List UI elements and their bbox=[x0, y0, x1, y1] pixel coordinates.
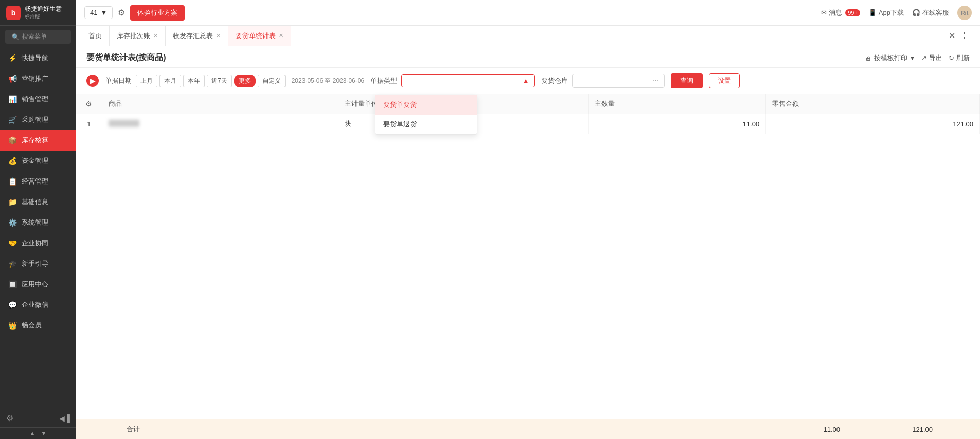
date-filter-label: 单据日期 bbox=[105, 76, 132, 85]
sidebar-item-nav14[interactable]: 👑 畅会员 bbox=[0, 315, 76, 336]
online-service-item[interactable]: 🎧 在线客服 bbox=[912, 8, 949, 17]
row-product bbox=[102, 114, 338, 134]
filter-bar: ▶ 单据日期 上月 本月 本年 近7天 更多 自定义 2023-05-06 至 … bbox=[76, 68, 980, 94]
export-btn[interactable]: ↗ 导出 bbox=[921, 53, 942, 63]
sidebar-collapse-btn[interactable]: ◀▐ bbox=[59, 414, 70, 423]
table-col-quantity: 主数量 bbox=[588, 94, 766, 114]
tab-order-stats[interactable]: 要货单统计表 ✕ bbox=[228, 26, 291, 46]
sidebar-bottom: ⚙ ◀▐ bbox=[0, 409, 76, 427]
tab-close-receive-send[interactable]: ✕ bbox=[216, 32, 221, 39]
query-button[interactable]: 查询 bbox=[671, 73, 703, 88]
footer-amount: 121.00 bbox=[881, 426, 974, 433]
sidebar-item-nav10[interactable]: 🤝 企业协同 bbox=[0, 233, 76, 253]
sidebar-item-nav12[interactable]: 🔲 应用中心 bbox=[0, 274, 76, 295]
setting-button[interactable]: 设置 bbox=[709, 73, 740, 88]
message-icon: ✉ bbox=[821, 9, 827, 16]
sidebar-item-nav1[interactable]: ⚡ 快捷导航 bbox=[0, 48, 76, 68]
date-btn-this-month[interactable]: 本月 bbox=[159, 75, 181, 87]
footer-label: 合计 bbox=[127, 425, 140, 434]
export-icon: ↗ bbox=[921, 54, 927, 62]
tab-inventory-batch[interactable]: 库存批次账 ✕ bbox=[110, 26, 166, 46]
logo-icon: b bbox=[6, 6, 21, 20]
date-btn-this-year[interactable]: 本年 bbox=[183, 75, 205, 87]
page-title: 要货单统计表(按商品) bbox=[86, 52, 166, 63]
mobile-icon: 📱 bbox=[868, 9, 877, 16]
sidebar-nav: ⚡ 快捷导航 📢 营销推广 📊 销售管理 🛒 采购管理 📦 库存核算 💰 资金管… bbox=[0, 48, 76, 409]
table-row: 1 块 11.00 121.00 bbox=[76, 114, 980, 134]
nav-icon-7: 📋 bbox=[7, 176, 17, 187]
dropdown-item-1[interactable]: 要货单退货 bbox=[375, 115, 477, 134]
dropdown-item-0[interactable]: 要货单要货 bbox=[375, 95, 477, 115]
data-table: ⚙ 商品 主计量单位 主数量 零售金额 bbox=[76, 94, 980, 134]
column-settings-icon[interactable]: ⚙ bbox=[85, 100, 92, 108]
sidebar-item-nav6[interactable]: 💰 资金管理 bbox=[0, 151, 76, 171]
date-filter-group: 单据日期 上月 本月 本年 近7天 更多 自定义 2023-05-06 至 20… bbox=[105, 75, 364, 87]
store-number: 41 bbox=[90, 9, 97, 16]
store-selector[interactable]: 41 ▼ bbox=[84, 6, 113, 19]
print-icon: 🖨 bbox=[865, 54, 872, 62]
table-col-amount: 零售金额 bbox=[766, 94, 980, 114]
scroll-down-btn[interactable]: ▼ bbox=[41, 430, 47, 437]
date-btn-last-month[interactable]: 上月 bbox=[136, 75, 157, 87]
chevron-up-icon: ▲ bbox=[522, 77, 529, 85]
sidebar-settings-icon[interactable]: ⚙ bbox=[6, 413, 13, 423]
sidebar-item-nav11[interactable]: 🎓 新手引导 bbox=[0, 253, 76, 274]
type-select[interactable]: ▲ bbox=[401, 74, 535, 87]
tabbar-close-all-btn[interactable]: ✕ bbox=[946, 31, 958, 41]
sidebar-item-nav9[interactable]: ⚙️ 系统管理 bbox=[0, 212, 76, 233]
date-btn-custom[interactable]: 自定义 bbox=[258, 75, 286, 87]
sidebar-item-nav3[interactable]: 📊 销售管理 bbox=[0, 89, 76, 109]
sidebar-item-nav4[interactable]: 🛒 采购管理 bbox=[0, 109, 76, 130]
warehouse-filter-group: 要货仓库 ··· bbox=[541, 74, 665, 88]
nav-icon-13: 💬 bbox=[7, 300, 17, 310]
tab-close-order-stats[interactable]: ✕ bbox=[279, 32, 283, 39]
table-col-product: 商品 bbox=[102, 94, 338, 114]
sidebar-search[interactable]: 🔍 搜索菜单 bbox=[5, 30, 71, 44]
tabbar: 首页 库存批次账 ✕ 收发存汇总表 ✕ 要货单统计表 ✕ ✕ ⛶ bbox=[76, 26, 980, 46]
topbar-right: ✉ 消息 99+ 📱 App下载 🎧 在线客服 Rit bbox=[821, 6, 972, 20]
warehouse-more-icon[interactable]: ··· bbox=[652, 76, 659, 85]
sidebar-item-inventory[interactable]: 📦 库存核算 bbox=[0, 130, 76, 151]
messages-item[interactable]: ✉ 消息 99+ bbox=[821, 8, 860, 17]
nav-icon-9: ⚙️ bbox=[7, 217, 17, 228]
row-amount: 121.00 bbox=[766, 114, 980, 134]
scroll-up-btn[interactable]: ▲ bbox=[29, 430, 35, 437]
filter-expand-btn[interactable]: ▶ bbox=[86, 75, 99, 87]
table-footer: 合计 11.00 121.00 bbox=[76, 419, 980, 439]
user-avatar[interactable]: Rit bbox=[957, 6, 972, 20]
headset-icon: 🎧 bbox=[912, 9, 920, 16]
print-btn[interactable]: 🖨 按模板打印 ▼ bbox=[865, 53, 915, 63]
app-download-item[interactable]: 📱 App下载 bbox=[868, 8, 904, 17]
sidebar-item-nav7[interactable]: 📋 经营管理 bbox=[0, 171, 76, 192]
nav-icon-14: 👑 bbox=[7, 320, 17, 331]
tabbar-expand-btn[interactable]: ⛶ bbox=[960, 31, 975, 41]
trial-button[interactable]: 体验行业方案 bbox=[130, 5, 185, 21]
page-header: 要货单统计表(按商品) 🖨 按模板打印 ▼ ↗ 导出 ↻ 刷新 bbox=[76, 46, 980, 68]
date-buttons: 上月 本月 本年 近7天 更多 自定义 bbox=[136, 75, 286, 87]
product-name-blurred bbox=[109, 120, 139, 127]
date-btn-more[interactable]: 更多 bbox=[234, 75, 256, 87]
tab-close-inventory-batch[interactable]: ✕ bbox=[153, 32, 158, 39]
sidebar: b 畅捷通好生意 标准版 🔍 搜索菜单 ⚡ 快捷导航 📢 营销推广 📊 销售管理… bbox=[0, 0, 76, 439]
sidebar-item-nav2[interactable]: 📢 营销推广 bbox=[0, 68, 76, 89]
warehouse-filter-label: 要货仓库 bbox=[541, 76, 568, 85]
topbar-gear-icon[interactable]: ⚙ bbox=[118, 8, 125, 17]
print-dropdown-icon: ▼ bbox=[910, 55, 915, 61]
content-area: 要货单统计表(按商品) 🖨 按模板打印 ▼ ↗ 导出 ↻ 刷新 ▶ bbox=[76, 46, 980, 439]
sidebar-item-nav13[interactable]: 💬 企业微信 bbox=[0, 295, 76, 315]
sidebar-item-nav8[interactable]: 📁 基础信息 bbox=[0, 192, 76, 212]
chevron-down-icon: ▼ bbox=[100, 9, 107, 16]
warehouse-select[interactable]: ··· bbox=[572, 74, 665, 88]
table-col-settings[interactable]: ⚙ bbox=[76, 94, 102, 114]
date-btn-last-7days[interactable]: 近7天 bbox=[207, 75, 232, 87]
table-container: ⚙ 商品 主计量单位 主数量 零售金额 bbox=[76, 94, 980, 419]
refresh-btn[interactable]: ↻ 刷新 bbox=[949, 53, 970, 63]
search-icon: 🔍 bbox=[12, 33, 20, 41]
nav-icon-1: ⚡ bbox=[7, 53, 17, 63]
nav-icon-3: 📊 bbox=[7, 94, 17, 104]
sidebar-scroll-area: ▲ ▼ bbox=[0, 427, 76, 439]
nav-icon-6: 💰 bbox=[7, 156, 17, 166]
tab-receive-send-summary[interactable]: 收发存汇总表 ✕ bbox=[166, 26, 228, 46]
main-area: 41 ▼ ⚙ 体验行业方案 ✉ 消息 99+ 📱 App下载 🎧 在线客服 Ri… bbox=[76, 0, 980, 439]
tab-home[interactable]: 首页 bbox=[81, 26, 110, 46]
